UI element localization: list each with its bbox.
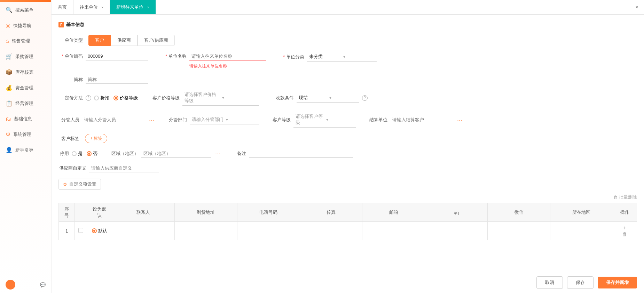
sidebar-item-guide[interactable]: 👤 新手引导 [0,142,51,158]
contact-input[interactable] [116,228,171,234]
cell-email[interactable] [362,222,425,240]
level-select[interactable]: 请选择客户等级 ▼ [293,112,356,128]
abbr-row: 简称 [58,75,637,84]
col-fax: 传真 [300,203,362,222]
settlement-label: 结算单位 [367,117,387,123]
finance-icon: 💰 [6,84,13,91]
cell-checkbox [75,222,87,240]
region-more-btn[interactable]: ··· [214,150,222,157]
guide-icon: 👤 [6,147,13,153]
col-wechat: 微信 [488,203,550,222]
unit-type-row: 单位类型 客户 供应商 客户/供应商 [58,35,637,46]
settlement-input[interactable] [390,116,453,124]
category-group: * 单位分类 未分类 ▼ [280,52,377,62]
row-delete-btn[interactable]: 🗑 [621,231,629,237]
name-input[interactable] [189,52,266,60]
save-button[interactable]: 保存 [567,276,594,289]
sidebar-item-operations[interactable]: 📋 经营管理 [0,96,51,111]
default-radio[interactable]: 默认 [91,228,108,234]
cell-wechat[interactable] [488,222,550,240]
section-title: F 基本信息 [58,22,637,28]
region-table-input[interactable] [554,228,609,234]
code-name-category-row: * 单位编码 * 单位名称 请输入往来单位名称 * 单位分类 未分类 ▼ [58,52,637,69]
unit-type-label: 单位类型 [58,37,83,43]
save-new-button[interactable]: 保存并新增 [598,277,637,288]
customer-price-select[interactable]: 请选择客户价格等级 ▼ [182,90,259,106]
batch-delete-button[interactable]: 🗑 批量删除 [613,194,637,200]
unit-btn-both[interactable]: 客户/供应商 [138,35,175,46]
sidebar-item-search[interactable]: 🔍 搜索菜单 [0,2,51,18]
supplier-custom-row: 供应商自定义 [58,164,637,172]
sidebar-item-system[interactable]: ⚙ 系统管理 [0,127,51,142]
remark-input[interactable] [249,149,353,158]
col-phone: 电话号码 [237,203,300,222]
settlement-group: 结算单位 ··· [367,116,464,124]
search-icon: 🔍 [6,7,13,13]
region-group: 区域（地区） ··· [111,149,222,158]
cell-address[interactable] [174,222,237,240]
add-tag-button[interactable]: + 标签 [85,134,107,143]
sidebar-item-sales[interactable]: ⌂ 销售管理 [0,33,51,49]
manager-label: 分管人员 [58,117,79,123]
phone-input[interactable] [241,228,296,234]
tab-partners-close[interactable]: × [101,5,103,9]
col-contact: 联系人 [112,203,174,222]
cell-contact[interactable] [112,222,174,240]
disable-radio-yes[interactable]: 是 [72,150,83,157]
category-select[interactable]: 未分类 ▼ [307,52,377,62]
col-region: 所在地区 [550,203,613,222]
disable-radio-no[interactable]: 否 [87,150,97,157]
cell-qq[interactable] [425,222,488,240]
region-input[interactable] [141,149,211,158]
cell-region[interactable] [550,222,613,240]
row-checkbox[interactable] [78,228,83,233]
manager-more-btn[interactable]: ··· [148,117,156,123]
wechat-input[interactable] [491,228,547,234]
dept-group: 分管部门 请输入分管部门 ▼ [166,115,259,124]
qq-input[interactable] [429,228,484,234]
col-checkbox [75,203,87,222]
sidebar-item-inventory[interactable]: 📦 库存核算 [0,64,51,80]
row-add-btn[interactable]: ＋ [621,225,629,230]
disable-label: 停用 [58,150,69,157]
customer-price-group: 客户价格等级 请选择客户价格等级 ▼ [152,90,259,106]
payment-select[interactable]: 现结 ▼ [297,93,359,103]
email-input[interactable] [366,228,421,234]
col-address: 到货地址 [174,203,237,222]
unit-btn-customer[interactable]: 客户 [88,35,111,46]
cell-phone[interactable] [237,222,300,240]
avatar [6,280,15,290]
dept-label: 分管部门 [166,117,187,123]
sidebar-item-quicknav[interactable]: ◎ 快捷导航 [0,18,51,33]
pricing-radio-discount[interactable]: 折扣 [94,95,109,101]
sidebar-item-basic[interactable]: 🗂 基础信息 [0,111,51,127]
settlement-more-btn[interactable]: ··· [456,117,464,123]
fax-input[interactable] [304,228,359,234]
cell-fax[interactable] [300,222,362,240]
payment-group: 收款条件 现结 ▼ ? [273,93,368,103]
col-action: 操作 [613,203,637,222]
dept-select[interactable]: 请输入分管部门 ▼ [190,115,259,124]
col-seq: 序号 [59,203,75,222]
abbr-input[interactable] [86,75,148,84]
tab-home[interactable]: 首页 [52,0,73,14]
code-input[interactable] [86,52,148,60]
pricing-radio-level[interactable]: 价格等级 [113,95,138,101]
manager-input[interactable] [82,116,145,124]
custom-settings-button[interactable]: ⚙ 自定义项设置 [58,179,101,190]
pricing-info-icon[interactable]: ? [86,95,91,101]
unit-type-buttons: 客户 供应商 客户/供应商 [88,35,175,46]
address-input[interactable] [178,228,234,234]
window-close-button[interactable]: × [630,0,644,14]
sidebar-item-purchase[interactable]: 🛒 采购管理 [0,49,51,64]
sidebar-item-finance[interactable]: 💰 资金管理 [0,80,51,96]
tab-new-partner-close[interactable]: × [147,5,149,9]
chat-icon: 💬 [40,282,46,287]
unit-btn-supplier[interactable]: 供应商 [111,35,138,46]
cancel-button[interactable]: 取消 [536,276,563,289]
contact-table: 序号 设为默认 联系人 到货地址 电话号码 传真 邮箱 qq 微信 所在地区 操… [58,203,637,240]
supplier-custom-input[interactable] [89,164,159,172]
tab-partners[interactable]: 往来单位 × [73,0,110,14]
payment-info-icon[interactable]: ? [362,95,368,101]
tab-new-partner[interactable]: 新增往来单位 × [110,0,156,14]
